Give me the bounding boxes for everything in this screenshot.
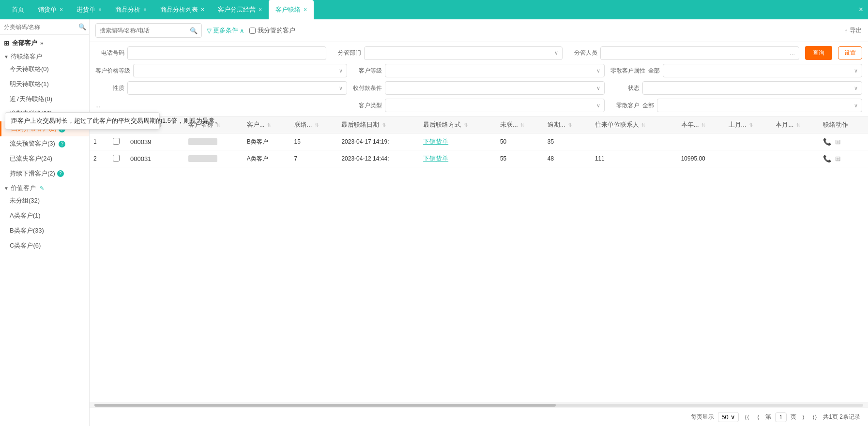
filter-manager: 分管人员 ... [568, 46, 799, 60]
scroll-thumb[interactable] [94, 404, 556, 407]
sidebar-item-b-class[interactable]: B类客户(33) [0, 223, 89, 238]
sort-icon-overdue[interactable]: ⇅ [568, 122, 572, 128]
sort-icon-year[interactable]: ⇅ [701, 122, 705, 128]
nav-tab-analysis-list[interactable]: 商品分析列表 × [153, 0, 211, 19]
manager-select[interactable]: ... [600, 46, 799, 60]
window-close-button[interactable]: × [859, 5, 863, 14]
zero-sale-attr-select[interactable]: ∨ [663, 64, 862, 77]
filter-more-label[interactable]: ... [95, 102, 100, 109]
dept-select[interactable]: ∨ [364, 46, 563, 60]
status-select[interactable]: ∨ [642, 81, 862, 95]
next-page-button[interactable]: ⟩ [800, 413, 807, 422]
th-action-label: 联络动作 [823, 121, 848, 128]
row2-name-blurred [188, 155, 217, 162]
row2-phone-icon[interactable]: 📞 [823, 155, 831, 162]
nav-tab-customer-contact-close[interactable]: × [304, 6, 307, 13]
sort-icon-lastmonth[interactable]: ⇅ [749, 122, 753, 128]
price-level-select[interactable]: ∨ [133, 64, 347, 77]
per-page-label: 每页显示 [691, 413, 714, 421]
nav-tab-sales[interactable]: 销货单 × [31, 0, 70, 19]
last-page-button[interactable]: ⟩⟩ [810, 413, 819, 422]
sidebar-item-unclassified[interactable]: 未分组(32) [0, 193, 89, 208]
search-input[interactable] [100, 27, 187, 34]
sidebar-item-a-class[interactable]: A类客户(1) [0, 208, 89, 223]
filter-zero-sale-attr: 零散客户属性 全部 ∨ [610, 64, 862, 77]
nav-tab-purchase[interactable]: 进货单 × [70, 0, 108, 19]
nav-tab-home[interactable]: 首页 [5, 0, 31, 19]
row1-method-link[interactable]: 下销货单 [423, 138, 448, 145]
nav-tab-customer-tier[interactable]: 客户分层经营 × [211, 0, 269, 19]
collapse-icon[interactable]: » [40, 40, 43, 46]
row2-grid-icon[interactable]: ⊞ [835, 155, 841, 162]
per-page-select[interactable]: 50 ∨ [718, 412, 738, 422]
pending-contact-group[interactable]: ▼ 待联络客户 [0, 49, 89, 62]
row2-select-checkbox[interactable] [113, 155, 120, 162]
payment-select[interactable]: ∨ [385, 81, 605, 95]
phone-input[interactable] [127, 46, 326, 60]
query-button[interactable]: 查询 [805, 46, 832, 60]
sidebar-item-declining[interactable]: 持续下滑客户(2) ? [0, 166, 89, 181]
export-button[interactable]: ↑ 导出 [845, 26, 863, 35]
sidebar-search-icon[interactable]: 🔍 [78, 23, 86, 30]
th-last-contact-method: 最后联络方式 ⇅ [419, 117, 496, 133]
sidebar-search-bar: 🔍 [0, 19, 89, 35]
gender-select[interactable]: ∨ [127, 81, 347, 95]
sort-icon-history[interactable]: ⇅ [641, 122, 645, 128]
setting-button[interactable]: 设置 [838, 46, 862, 59]
grid-icon: ⊞ [4, 40, 9, 47]
horizontal-scrollbar[interactable] [90, 402, 868, 408]
th-category: 客户... ⇅ [243, 117, 290, 133]
nav-tab-customer-contact[interactable]: 客户联络 × [269, 0, 314, 19]
customer-level-select[interactable]: ∨ [385, 64, 605, 77]
sort-icon-notcontact[interactable]: ⇅ [520, 122, 524, 128]
sidebar-item-tomorrow[interactable]: 明天待联络(1) [0, 77, 89, 92]
row1-grid-icon[interactable]: ⊞ [835, 138, 841, 146]
row2-overdue: 48 [544, 150, 591, 167]
zero-sale-value: 全部 [648, 67, 660, 75]
customer-type-select[interactable]: ∨ [385, 99, 605, 112]
chevron-down-icon: ∨ [554, 50, 558, 56]
my-customers-checkbox-label[interactable]: 我分管的客户 [249, 26, 295, 35]
th-contact: 联络... ⇅ [290, 117, 338, 133]
row1-select-checkbox[interactable] [113, 138, 120, 145]
row2-last-contact-date: 2023-04-12 14:44: [337, 150, 419, 167]
sort-icon-method[interactable]: ⇅ [464, 122, 468, 128]
current-page-input[interactable]: 1 [775, 412, 787, 422]
sort-icon-date[interactable]: ⇅ [382, 122, 386, 128]
nav-tab-customer-tier-close[interactable]: × [259, 6, 262, 13]
edit-icon[interactable]: ✎ [40, 185, 44, 191]
row1-code: 000039 [126, 133, 184, 150]
filter-row-1: 电话号码 分管部门 ∨ 分管人员 ... 查询 设置 [95, 46, 862, 60]
row2-method-link[interactable]: 下销货单 [423, 155, 448, 162]
zero-customer-select[interactable]: ∨ [657, 99, 862, 112]
sort-icon-category[interactable]: ⇅ [267, 122, 271, 128]
more-conditions-button[interactable]: ▽ 更多条件 ∧ [207, 26, 244, 35]
th-overdue: 逾期... ⇅ [544, 117, 591, 133]
value-customers-group[interactable]: ▼ 价值客户 ✎ [0, 181, 89, 193]
tooltip-box: 距客户上次交易时长，超过了此客户的平均交易周期的1.5倍，则视为异常。 [5, 112, 160, 130]
nav-tab-analysis-close[interactable]: × [143, 6, 147, 13]
nav-tab-purchase-close[interactable]: × [98, 6, 102, 13]
sidebar-item-lost-warning[interactable]: 流失预警客户(3) ? [0, 136, 89, 151]
sidebar-item-c-class[interactable]: C类客户(6) [0, 238, 89, 253]
nav-tab-sales-close[interactable]: × [60, 6, 63, 13]
sidebar-search-input[interactable] [4, 24, 76, 30]
first-page-button[interactable]: ⟨⟨ [743, 413, 751, 422]
search-icon[interactable]: 🔍 [190, 27, 198, 34]
th-history-contact: 往来单位联系人 ⇅ [591, 117, 677, 133]
search-input-wrapper: 🔍 [95, 23, 202, 38]
sort-icon-thismonth[interactable]: ⇅ [796, 122, 800, 128]
row1-phone-icon[interactable]: 📞 [823, 138, 831, 146]
row1-last-contact-date: 2023-04-17 14:19: [337, 133, 419, 150]
sort-icon-contact[interactable]: ⇅ [315, 122, 319, 128]
nav-tab-analysis[interactable]: 商品分析 × [108, 0, 153, 19]
sidebar-item-7days[interactable]: 近7天待联络(0) [0, 92, 89, 107]
sidebar-item-today[interactable]: 今天待联络(0) [0, 62, 89, 77]
row1-name [184, 133, 243, 150]
my-customers-checkbox[interactable] [249, 28, 256, 34]
nav-tab-analysis-list-close[interactable]: × [201, 6, 204, 13]
all-customers-section: ⊞ 全部客户 » [0, 35, 89, 49]
prev-page-button[interactable]: ⟨ [755, 413, 761, 422]
sidebar-item-lost[interactable]: 已流失客户(24) [0, 151, 89, 166]
status-label: 状态 [610, 84, 640, 92]
